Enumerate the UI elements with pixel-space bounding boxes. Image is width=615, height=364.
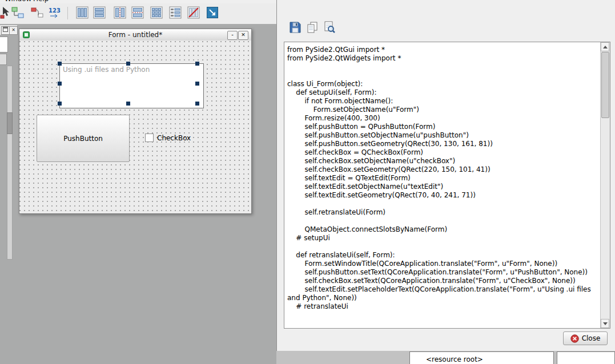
- toolbar-separator: [67, 7, 68, 19]
- scroll-down-arrow-icon: [603, 322, 608, 325]
- code-text: from PySide2.QtGui import * from PySide2…: [287, 46, 598, 327]
- layout-vertical-icon: [93, 6, 106, 21]
- selection-handle-bottom-left[interactable]: [58, 102, 62, 106]
- textedit-widget[interactable]: Using .ui files and Python: [59, 63, 204, 108]
- widget-box-scrollbar[interactable]: [7, 66, 13, 260]
- scroll-up-button[interactable]: [601, 42, 609, 51]
- close-button-label: Close: [582, 334, 601, 342]
- tab-order-icon: 123: [48, 6, 61, 21]
- widget-box-category[interactable]: [0, 54, 7, 65]
- layout-grid-button[interactable]: [149, 6, 164, 21]
- adjust-size-button[interactable]: [205, 6, 220, 21]
- layout-splitter-vertical-button[interactable]: [130, 6, 145, 21]
- resource-root-item[interactable]: <resource root>: [426, 355, 483, 363]
- close-window-button[interactable]: ✕: [238, 31, 248, 40]
- signals-slots-icon: [11, 6, 24, 21]
- minimize-button[interactable]: -: [227, 31, 238, 40]
- layout-horizontal-icon: [76, 6, 89, 21]
- resource-side-panel[interactable]: [557, 351, 615, 364]
- close-circle-icon: [570, 334, 579, 343]
- widget-box-filter-input[interactable]: [0, 37, 8, 52]
- scroll-up-arrow-icon: [603, 46, 608, 48]
- save-icon: [288, 21, 302, 36]
- find-in-code-button[interactable]: [321, 20, 337, 36]
- buddies-icon: [31, 6, 43, 21]
- layout-vertical-button[interactable]: [92, 6, 107, 21]
- selection-handle-top-right[interactable]: [195, 62, 199, 66]
- scroll-down-button[interactable]: [601, 319, 609, 328]
- selection-handle-mid-left[interactable]: [58, 82, 62, 86]
- code-preview-dialog: from PySide2.QtGui import * from PySide2…: [276, 0, 615, 351]
- form-layout-icon: [169, 6, 182, 21]
- checkbox-label: CheckBox: [157, 134, 191, 142]
- code-view[interactable]: from PySide2.QtGui import * from PySide2…: [284, 42, 610, 329]
- edit-buddies-button[interactable]: [30, 6, 45, 21]
- form-canvas[interactable]: Using .ui files and Python PushButton Ch…: [19, 41, 251, 213]
- dock-close-button[interactable]: ✕: [9, 26, 18, 35]
- selection-handle-mid-right[interactable]: [195, 82, 199, 86]
- find-icon: [323, 21, 336, 36]
- splitter-vertical-icon: [131, 6, 144, 21]
- menu-help[interactable]: Help: [33, 0, 49, 3]
- textedit-placeholder: Using .ui files and Python: [63, 66, 150, 74]
- code-scrollbar[interactable]: [600, 42, 610, 328]
- selection-handle-bottom-right[interactable]: [195, 102, 199, 106]
- resource-editor-sliver: <resource root>: [276, 351, 615, 364]
- save-code-button[interactable]: [287, 20, 303, 36]
- close-dialog-button[interactable]: Close: [563, 331, 608, 345]
- selection-handle-top-center[interactable]: [126, 62, 130, 66]
- copy-code-button[interactable]: [304, 20, 320, 36]
- code-scrollbar-thumb[interactable]: [601, 52, 609, 118]
- resource-tree-panel[interactable]: <resource root>: [409, 351, 554, 364]
- copy-icon: [306, 21, 319, 36]
- edit-tab-order-button[interactable]: 123: [47, 6, 62, 21]
- svg-text:123: 123: [49, 7, 61, 14]
- menu-window[interactable]: Window: [5, 0, 31, 3]
- form-window-titlebar[interactable]: Form - untitled* - ✕: [19, 29, 251, 41]
- layout-form-button[interactable]: [168, 6, 183, 21]
- edit-signals-slots-button[interactable]: [10, 6, 25, 21]
- layout-splitter-horizontal-button[interactable]: [112, 6, 127, 21]
- layout-horizontal-button[interactable]: [75, 6, 90, 21]
- form-designer-window: Form - untitled* - ✕ Using .ui files and…: [19, 29, 252, 214]
- splitter-horizontal-icon: [114, 6, 126, 21]
- dock-float-button[interactable]: [1, 26, 10, 35]
- checkbox-widget[interactable]: CheckBox: [145, 126, 203, 149]
- checkbox-indicator[interactable]: [145, 134, 154, 142]
- qt-designer-screen: Window Help 123: [0, 0, 615, 364]
- break-layout-button[interactable]: [186, 6, 201, 21]
- widget-box-scrollbar-thumb[interactable]: [7, 112, 13, 134]
- selection-handle-bottom-center[interactable]: [126, 102, 130, 106]
- main-toolbar: 123: [0, 3, 276, 25]
- break-layout-icon: [187, 6, 200, 21]
- grid-layout-icon: [150, 6, 163, 21]
- pushbutton-widget[interactable]: PushButton: [37, 115, 130, 162]
- adjust-size-icon: [206, 6, 219, 21]
- selection-handle-top-left[interactable]: [58, 62, 62, 66]
- form-window-title: Form - untitled*: [19, 31, 251, 39]
